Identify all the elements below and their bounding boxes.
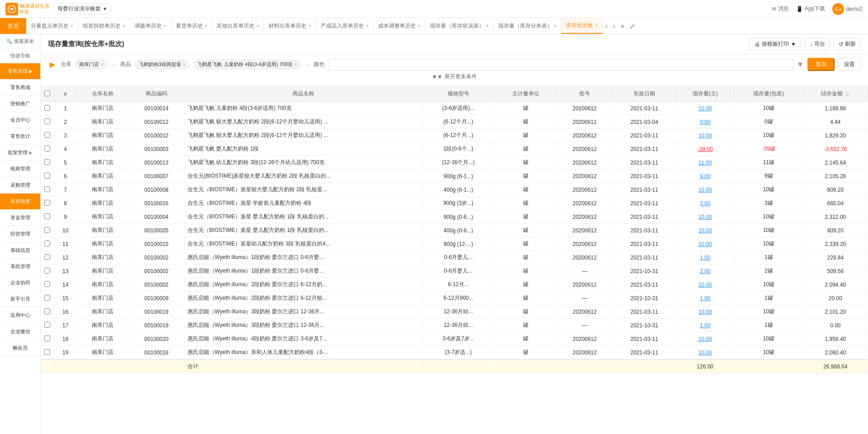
cell-qty-main[interactable]: 0.00 [676,115,734,129]
cell-qty-main[interactable]: 9.00 [676,170,734,183]
cell-checkbox[interactable] [41,251,54,264]
sidebar-item-wholesale[interactable]: 批发管理 ▶ [0,145,40,161]
cell-qty-main[interactable]: 10.00 [676,346,734,360]
tab-xiancun-fenbao[interactable]: 现存量（库存分布表） × [494,18,562,34]
balance-info-icon[interactable]: ⓘ [845,91,850,96]
cell-qty-main[interactable]: 10.00 [676,332,734,346]
cell-qty-main[interactable]: 3.00 [676,197,734,210]
cell-checkbox[interactable] [41,224,54,237]
tab-zuzhuan[interactable]: 组装拆卸单历史 × [78,18,130,34]
color-dropdown-icon[interactable]: ▼ [797,61,804,69]
sidebar-item-guide[interactable]: 新手引导 [0,291,40,307]
cell-qty-main[interactable]: 10.00 [676,305,734,319]
sidebar-item-retail-stat[interactable]: 零售统计 [0,128,40,145]
cell-qty-main[interactable]: 10.00 [676,129,734,142]
tab-close-icon[interactable]: × [205,24,208,28]
tab-home[interactable]: 首页 [0,18,26,34]
user-avatar-btn[interactable]: Ea demo2 [832,3,863,15]
sidebar-item-weixin[interactable]: 企业微信 [0,324,40,340]
cell-checkbox[interactable] [41,346,54,360]
cell-qty-main[interactable]: 10.00 [676,183,734,197]
cell-qty-main[interactable]: 10.00 [676,102,734,115]
tab-close-icon[interactable]: × [308,24,311,28]
tab-fullscreen-btn[interactable]: ⤢ [627,18,638,34]
tab-chengben[interactable]: 成本调整单历史 × [373,18,425,34]
cell-qty-main[interactable]: -39.00 [676,142,734,156]
cell-checkbox[interactable] [41,115,54,129]
select-all-checkbox[interactable] [44,90,50,96]
tag-close-icon[interactable]: × [183,62,186,67]
cell-checkbox[interactable] [41,278,54,292]
filter-expand-arrow-btn[interactable]: ▶ [48,60,57,69]
warehouse-more-btn[interactable]: ··· [111,61,117,68]
cell-checkbox[interactable] [41,156,54,170]
tag-close-icon[interactable]: × [101,62,104,67]
tab-yaohuo[interactable]: 要货单历史 × [171,18,212,34]
sidebar-item-corp-collab[interactable]: 企业协同 [0,275,40,291]
tab-close-all-btn[interactable]: × [618,18,627,34]
tab-close-icon[interactable]: × [418,24,420,28]
sidebar-item-inventory[interactable]: 库存核算 [0,193,40,210]
tab-close-icon[interactable]: × [554,24,557,28]
tab-prev-btn[interactable]: ‹ [603,18,610,34]
cell-qty-main[interactable]: 2.00 [676,264,734,278]
product-tag-1[interactable]: 飞鹤奶粉3段两提装 × [135,60,190,69]
cell-checkbox[interactable] [41,305,54,319]
cell-qty-main[interactable]: 1.00 [676,292,734,305]
account-selector[interactable]: 母婴行业演示账套 ▼ [53,4,111,14]
sidebar-item-purchase[interactable]: 采购管理 [0,177,40,193]
warehouse-tag[interactable]: 南库门店 × [75,60,108,69]
cell-checkbox[interactable] [41,332,54,346]
cell-qty-main[interactable]: 10.00 [676,224,734,237]
message-btn[interactable]: ✉ 消息 [772,5,789,13]
cell-checkbox[interactable] [41,102,54,115]
expand-more-btn[interactable]: ▼▼ 展开更多条件 [432,73,477,80]
cell-qty-main[interactable]: 1.00 [676,251,734,264]
tab-diaobo[interactable]: 调拨单历史 × [130,18,171,34]
tab-xiancun-kuangkuang[interactable]: 现存量（库存状况表） × [425,18,494,34]
tab-cailiao[interactable]: 材料出库单历史 × [264,18,316,34]
cell-qty-main[interactable]: 10.00 [676,237,734,251]
product-tag-2[interactable]: 飞鹤星飞帆 儿童奶粉 4段(3-6岁适用) 700克 × [193,60,301,69]
tab-close-icon[interactable]: × [123,24,125,28]
query-btn[interactable]: 查询 [807,58,835,71]
sidebar-item-retail-mall[interactable]: 零售商城 [0,80,40,96]
tab-close-icon[interactable]: × [366,24,368,28]
tab-next-btn[interactable]: › [610,18,618,34]
cell-checkbox[interactable] [41,197,54,210]
tab-kucun-pici[interactable]: 库存批次账 × [561,18,603,34]
product-more-btn[interactable]: ··· [305,61,310,68]
cell-checkbox[interactable] [41,170,54,183]
sidebar-item-finance[interactable]: 资金管理 [0,210,40,226]
sidebar-item-system[interactable]: 系统管理 [0,259,40,275]
cell-checkbox[interactable] [41,319,54,332]
setting-btn[interactable]: 设置 [838,58,861,71]
refresh-btn[interactable]: ↺ 刷新 [834,38,861,50]
cell-checkbox[interactable] [41,210,54,224]
sidebar-item-app-center[interactable]: 应用中心 [0,307,40,324]
sidebar-item-retail-mgmt[interactable]: 零售管理 ▶ [0,63,40,80]
tab-qitachu[interactable]: 其他出库单历史 × [212,18,264,34]
cell-checkbox[interactable] [41,183,54,197]
tab-close-icon[interactable]: × [164,24,166,28]
cell-qty-main[interactable]: 11.00 [676,156,734,170]
color-input[interactable] [328,59,794,71]
sidebar-item-member[interactable]: 会员中心 [0,112,40,128]
tab-chancheng[interactable]: 产成品入库单历史 × [316,18,373,34]
sidebar-item-ecommerce[interactable]: 电商管理 [0,161,40,177]
cell-checkbox[interactable] [41,237,54,251]
cell-checkbox[interactable] [41,129,54,142]
cell-qty-main[interactable]: 10.00 [676,278,734,292]
app-download-btn[interactable]: 📱 App下载 [796,5,825,13]
tab-fenliang[interactable]: 分量盘点单历史 × [26,18,78,34]
tab-close-icon[interactable]: × [71,24,73,28]
sidebar-quick-nav[interactable]: 快捷导航 [0,49,40,63]
cell-checkbox[interactable] [41,142,54,156]
cell-qty-main[interactable]: 1.00 [676,319,734,332]
sidebar-search[interactable]: 🔍 搜索菜单 [0,34,40,49]
tab-close-icon[interactable]: × [595,23,598,28]
sidebar-item-basic-info[interactable]: 基础信息 [0,242,40,259]
sidebar-item-member2[interactable]: 畅会员 [0,340,40,356]
cell-checkbox[interactable] [41,292,54,305]
sidebar-item-marketing[interactable]: 营销推广 [0,96,40,112]
